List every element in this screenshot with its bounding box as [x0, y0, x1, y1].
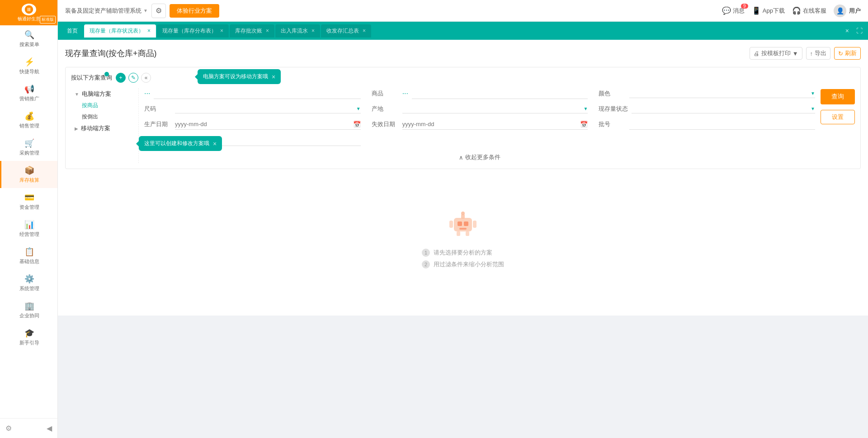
- svg-point-5: [461, 212, 465, 215]
- warehouse-dots[interactable]: ···: [144, 89, 150, 98]
- inventory-status-select[interactable]: ▼: [632, 104, 815, 113]
- tab-bar-right: × ⛶: [844, 25, 864, 36]
- product-label: 商品: [372, 89, 399, 98]
- sidebar-item-operation[interactable]: 📊 经营管理: [0, 215, 57, 242]
- basic-icon: 📋: [24, 247, 34, 257]
- tab-home[interactable]: 首页: [61, 24, 83, 38]
- search-icon: 🔍: [24, 30, 34, 40]
- sidebar-item-system[interactable]: ⚙️ 系统管理: [0, 269, 57, 297]
- tab-receive-summary[interactable]: 收发存汇总表 ×: [321, 24, 371, 38]
- operation-icon: 📊: [24, 220, 34, 230]
- size-select[interactable]: ▼: [175, 104, 361, 113]
- sidebar-label-system: 系统管理: [19, 285, 39, 292]
- filter-header-actions: + ✎ «: [116, 73, 151, 83]
- schema-tree: 这里可以创建和修改方案哦 × ▼ 电脑端方案 按商品: [71, 88, 139, 163]
- add-schema-btn[interactable]: +: [116, 73, 126, 83]
- query-button[interactable]: 查询: [821, 89, 855, 104]
- sidebar-label-operation: 经营管理: [19, 231, 39, 238]
- tab-inventory-dist-close[interactable]: ×: [220, 28, 223, 34]
- setup-button[interactable]: 设置: [821, 110, 855, 124]
- sidebar-item-sales[interactable]: 💰 销售管理: [0, 107, 57, 134]
- sidebar-item-marketing[interactable]: 📢 营销推广: [0, 80, 57, 107]
- color-label: 颜色: [599, 89, 626, 98]
- product-dots[interactable]: ···: [402, 89, 408, 98]
- production-date-calendar-icon[interactable]: 📅: [353, 121, 361, 128]
- sidebar-item-search[interactable]: 🔍 搜索菜单: [0, 25, 57, 52]
- online-service-button[interactable]: 🎧 在线客服: [792, 6, 826, 15]
- print-button[interactable]: 🖨 按模板打印 ▼: [750, 47, 802, 60]
- inventory-status-label: 现存量状态: [599, 105, 628, 113]
- expiry-date-input[interactable]: [402, 119, 579, 129]
- sidebar-item-basic[interactable]: 📋 基础信息: [0, 242, 57, 269]
- tooltip-2-close[interactable]: ×: [213, 140, 217, 147]
- refresh-button[interactable]: ↻ 刷新: [834, 47, 861, 60]
- system-selector[interactable]: 装备及固定资产辅助管理系统 ▼: [65, 7, 148, 15]
- settings-icon: ⚙: [156, 6, 162, 15]
- batch-input[interactable]: [629, 119, 815, 130]
- origin-label: 产地: [372, 105, 399, 113]
- app-download-button[interactable]: 📱 App下载: [752, 6, 785, 15]
- schema-mobile-group[interactable]: ▶ 移动端方案: [71, 122, 133, 134]
- production-date-input[interactable]: [175, 119, 351, 129]
- tab-inventory-dist[interactable]: 现存量（库存分布表） ×: [157, 24, 229, 38]
- sidebar-bottom: ⚙ ◀: [0, 418, 57, 438]
- main-content: 装备及固定资产辅助管理系统 ▼ ⚙ 体验行业方案 💬 消息 9 📱 App下载 …: [58, 0, 868, 438]
- tab-inventory-status[interactable]: 现存量（库存状况表） ×: [84, 24, 156, 38]
- color-select[interactable]: ▼: [629, 89, 815, 98]
- sidebar-item-quick-nav[interactable]: ⚡ 快捷导航: [0, 52, 57, 80]
- schema-pc-group[interactable]: ▼ 电脑端方案: [71, 88, 133, 100]
- empty-tip-2-text: 用过滤条件来缩小分析范围: [434, 260, 504, 268]
- tab-close-all-btn[interactable]: ×: [844, 25, 851, 36]
- tab-inout-flow-close[interactable]: ×: [311, 28, 315, 34]
- tab-inventory-status-close[interactable]: ×: [147, 28, 151, 34]
- message-button[interactable]: 💬 消息 9: [722, 6, 745, 15]
- tip-num-2: 2: [422, 260, 430, 268]
- expiry-date-calendar-icon[interactable]: 📅: [580, 121, 588, 128]
- tab-receive-summary-close[interactable]: ×: [363, 28, 366, 34]
- sidebar-item-purchase[interactable]: 🛒 采购管理: [0, 134, 57, 161]
- service-icon: 🎧: [792, 6, 801, 15]
- schema-pc-label: 电脑端方案: [82, 90, 111, 98]
- svg-rect-3: [459, 228, 467, 230]
- batch-filter-row: 批号: [599, 119, 815, 130]
- svg-rect-6: [449, 221, 453, 228]
- sidebar-item-guide[interactable]: 🎓 新手引导: [0, 324, 57, 351]
- user-info[interactable]: 👤 用户: [834, 5, 861, 17]
- tab-batch-account[interactable]: 库存批次账 ×: [230, 24, 274, 38]
- filter-body: 这里可以创建和修改方案哦 × ▼ 电脑端方案 按商品: [71, 88, 815, 163]
- sidebar-item-inventory[interactable]: 📦 库存核算: [0, 161, 57, 188]
- tab-inout-flow[interactable]: 出入库流水 ×: [275, 24, 320, 38]
- empty-state: 1 请先选择要分析的方案 2 用过滤条件来缩小分析范围: [65, 169, 861, 308]
- collapse-sidebar-btn[interactable]: ◀: [45, 422, 54, 434]
- production-date-label: 生产日期: [144, 120, 171, 128]
- warehouse-filter-row: ···: [144, 88, 361, 99]
- origin-select-arrow-icon: ▼: [583, 106, 588, 111]
- settings-bottom-btn[interactable]: ⚙: [4, 422, 14, 434]
- sidebar-logo: 畅通好生意 标准版: [0, 0, 57, 25]
- edit-schema-btn[interactable]: ✎: [128, 73, 138, 83]
- schema-mobile-label: 移动端方案: [81, 124, 110, 132]
- sidebar-item-company[interactable]: 🏢 企业协同: [0, 297, 57, 324]
- industry-button[interactable]: 体验行业方案: [170, 4, 219, 18]
- sidebar-label-basic: 基础信息: [19, 258, 39, 265]
- back-schema-btn[interactable]: «: [141, 73, 151, 83]
- page-actions: 🖨 按模板打印 ▼ ↑ 导出 ↻ 刷新: [750, 47, 861, 60]
- tooltip-1-close[interactable]: ×: [272, 73, 275, 80]
- settings-button[interactable]: ⚙: [151, 4, 166, 18]
- page-title-row: 现存量查询(按仓库+商品) 🖨 按模板打印 ▼ ↑ 导出 ↻ 刷新: [65, 47, 861, 60]
- export-label: 导出: [815, 49, 826, 57]
- product-input[interactable]: [412, 88, 588, 99]
- collapse-more-btn[interactable]: ∧ 收起更多条件: [452, 151, 508, 163]
- quick-nav-icon: ⚡: [24, 57, 34, 67]
- export-button[interactable]: ↑ 导出: [806, 47, 831, 60]
- tab-fullscreen-btn[interactable]: ⛶: [854, 25, 864, 36]
- tooltip-text-1: 电脑方案可设为移动方案哦: [203, 73, 268, 80]
- schema-subitem-0[interactable]: 按商品: [78, 100, 133, 111]
- origin-select[interactable]: ▼: [402, 104, 588, 113]
- schema-subitem-1[interactable]: 按倒出: [78, 111, 133, 122]
- warehouse-input[interactable]: [154, 88, 360, 99]
- sidebar-item-finance[interactable]: 💳 资金管理: [0, 188, 57, 215]
- filter-form: ··· 商品 ··· 颜色: [144, 88, 815, 163]
- tab-batch-account-close[interactable]: ×: [266, 28, 269, 34]
- mobile-icon: 📱: [752, 6, 761, 15]
